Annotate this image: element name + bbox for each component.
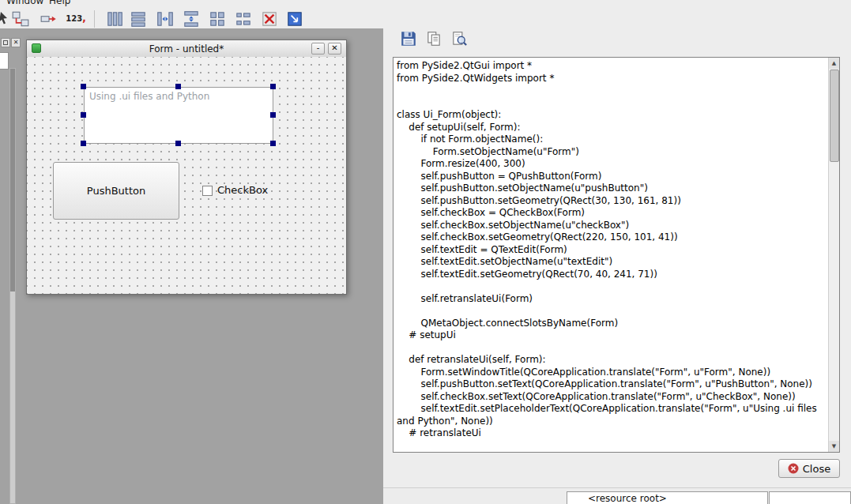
- splitter-vertical-button[interactable]: [182, 9, 201, 28]
- layout-horizontal-button[interactable]: [129, 9, 148, 28]
- selection-handle[interactable]: [81, 84, 86, 89]
- selection-handle[interactable]: [270, 84, 276, 89]
- toolbar-separator: [94, 10, 95, 28]
- resource-browser: <resource root>: [383, 487, 851, 504]
- break-layout-icon: [260, 9, 279, 28]
- splitter-horizontal-button[interactable]: [156, 9, 175, 28]
- pushbutton-label: PushButton: [87, 185, 145, 197]
- edit-signals-slots-button[interactable]: [11, 9, 30, 28]
- resource-root-item[interactable]: <resource root>: [567, 491, 768, 504]
- edit-tab-order-icon: 123: [66, 14, 82, 23]
- selection-handle[interactable]: [270, 112, 276, 118]
- selection-handle[interactable]: [81, 112, 86, 118]
- adjust-size-icon: [285, 9, 304, 28]
- layout-grid-button[interactable]: [208, 9, 227, 28]
- copy-icon: [425, 30, 442, 47]
- form-window-icon: [32, 43, 41, 53]
- menubar: Window Help: [0, 0, 383, 7]
- form-canvas[interactable]: Using .ui files and Python PushButton Ch…: [27, 57, 346, 294]
- splitter-vertical-icon: [182, 9, 201, 28]
- adjust-size-button[interactable]: [285, 9, 304, 28]
- tab-order-comma: ,: [82, 13, 86, 24]
- form-window: Form - untitled* - ✕ Using .ui files and…: [26, 39, 347, 295]
- menu-item-window[interactable]: Window: [6, 0, 43, 6]
- widgetbox-scrollbar[interactable]: [9, 68, 16, 504]
- close-circle-icon: [788, 463, 799, 474]
- float-icon: [3, 40, 8, 45]
- selection-handle[interactable]: [270, 141, 276, 146]
- layout-form-button[interactable]: [234, 9, 253, 28]
- widgetbox-filter-fragment[interactable]: [0, 52, 9, 70]
- layout-vertical-button[interactable]: [105, 9, 124, 28]
- find-icon: [450, 30, 468, 47]
- pushbutton-widget[interactable]: PushButton: [53, 162, 179, 220]
- generated-code[interactable]: from PySide2.QtGui import * from PySide2…: [393, 58, 828, 452]
- checkbox-label: CheckBox: [217, 184, 268, 196]
- layout-grid-icon: [208, 9, 227, 28]
- copy-button[interactable]: [425, 30, 442, 47]
- scroll-down-icon[interactable]: ▼: [829, 441, 839, 452]
- splitter-horizontal-icon: [156, 9, 175, 28]
- form-window-title: Form - untitled*: [27, 43, 346, 55]
- edit-signals-slots-icon: [11, 9, 30, 28]
- layout-horizontal-icon: [129, 9, 148, 28]
- close-icon: ✕: [13, 39, 19, 46]
- find-button[interactable]: [450, 30, 468, 47]
- form-minimize-button[interactable]: -: [311, 43, 325, 55]
- form-close-button[interactable]: ✕: [328, 43, 341, 55]
- widgetbox-scrollbar-thumb[interactable]: [10, 69, 15, 291]
- main-toolbar: 123,: [0, 7, 383, 28]
- form-window-titlebar[interactable]: Form - untitled* - ✕: [27, 40, 346, 58]
- screen: Window Help 123,: [0, 0, 851, 504]
- save-button[interactable]: [400, 30, 417, 47]
- edit-tab-order-button[interactable]: 123,: [65, 9, 87, 28]
- save-icon: [400, 30, 417, 47]
- menu-item-help[interactable]: Help: [49, 0, 70, 6]
- selection-handle[interactable]: [81, 141, 86, 146]
- break-layout-button[interactable]: [260, 9, 279, 28]
- edit-buddies-icon: [40, 9, 58, 28]
- resource-panel-fragment: [769, 491, 851, 504]
- selection-handle[interactable]: [175, 141, 181, 146]
- dock-float-button[interactable]: [1, 38, 10, 47]
- code-scrollbar-thumb[interactable]: [830, 70, 839, 162]
- layout-form-icon: [234, 9, 253, 28]
- dock-close-button[interactable]: ✕: [11, 38, 21, 47]
- textedit-widget[interactable]: Using .ui files and Python: [84, 87, 273, 144]
- checkbox-widget[interactable]: [202, 186, 213, 196]
- layout-vertical-icon: [105, 9, 124, 28]
- code-scrollbar[interactable]: ▲ ▼: [828, 58, 839, 452]
- close-button[interactable]: Close: [778, 459, 840, 478]
- mdi-area: ✕ Form - untitled* - ✕ Using .ui files a…: [0, 28, 383, 504]
- edit-buddies-button[interactable]: [40, 9, 58, 28]
- selection-handle[interactable]: [175, 84, 181, 89]
- code-view[interactable]: from PySide2.QtGui import * from PySide2…: [393, 57, 840, 453]
- resource-root-label: <resource root>: [588, 493, 667, 504]
- scroll-up-icon[interactable]: ▲: [829, 58, 839, 69]
- close-button-label: Close: [803, 463, 830, 475]
- textedit-placeholder: Using .ui files and Python: [89, 91, 209, 102]
